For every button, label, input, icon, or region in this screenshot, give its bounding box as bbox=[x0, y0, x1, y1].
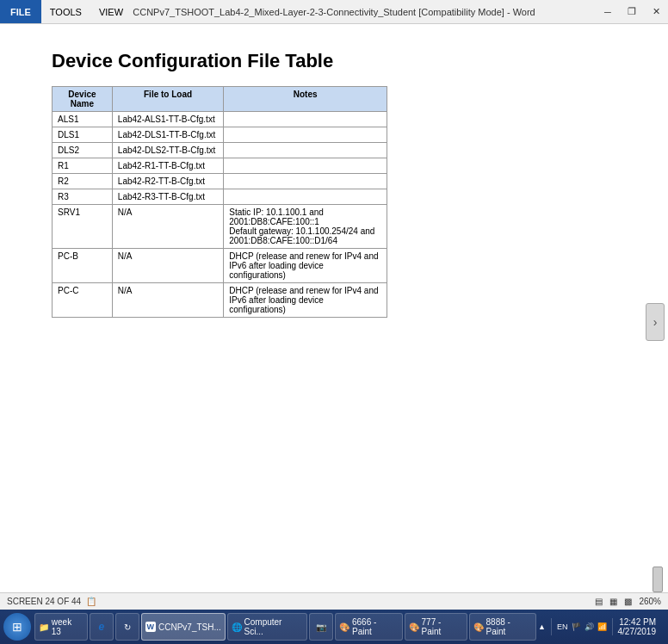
view-icon-1[interactable]: ▤ bbox=[595, 597, 603, 606]
taskbar-item-label: week 13 bbox=[52, 617, 84, 636]
cell-file-to-load: N/A bbox=[112, 205, 223, 249]
cell-notes: Static IP: 10.1.100.1 and 2001:DB8:CAFE:… bbox=[224, 205, 387, 249]
cell-file-to-load: N/A bbox=[112, 249, 223, 283]
taskbar-item-week13[interactable]: 📁 week 13 bbox=[34, 613, 88, 641]
status-bar: SCREEN 24 OF 44 📋 ▤ ▦ ▩ 260% bbox=[0, 592, 668, 610]
taskbar-paint2-label: 777 - Paint bbox=[422, 617, 463, 636]
tools-menu[interactable]: TOOLS bbox=[41, 0, 90, 23]
device-config-table: Device Name File to Load Notes ALS1Lab42… bbox=[52, 86, 387, 318]
screen-info: SCREEN 24 OF 44 bbox=[7, 597, 81, 606]
paint-icon-1: 🎨 bbox=[339, 622, 349, 632]
header-notes: Notes bbox=[224, 87, 387, 112]
cell-device-name: PC-B bbox=[53, 249, 113, 283]
taskbar-item-paint3[interactable]: 🎨 8888 - Paint bbox=[469, 613, 537, 641]
status-left: SCREEN 24 OF 44 📋 bbox=[7, 597, 96, 606]
cell-notes bbox=[224, 158, 387, 174]
start-button[interactable]: ⊞ bbox=[3, 613, 31, 641]
tray-speaker: 🔊 bbox=[584, 622, 594, 631]
file-menu[interactable]: FILE bbox=[0, 0, 41, 23]
tray-separator bbox=[551, 618, 552, 635]
table-row: PC-CN/ADHCP (release and renew for IPv4 … bbox=[53, 283, 387, 318]
taskbar-item-ie[interactable]: e bbox=[90, 613, 114, 641]
table-row: R1Lab42-R1-TT-B-Cfg.txt bbox=[53, 158, 387, 174]
table-body: ALS1Lab42-ALS1-TT-B-Cfg.txtDLS1Lab42-DLS… bbox=[53, 112, 387, 318]
table-row: PC-BN/ADHCP (release and renew for IPv4 … bbox=[53, 249, 387, 283]
taskbar-item-paint2[interactable]: 🎨 777 - Paint bbox=[405, 613, 467, 641]
cell-device-name: R1 bbox=[53, 158, 113, 174]
cell-notes bbox=[224, 127, 387, 143]
cell-device-name: PC-C bbox=[53, 283, 113, 318]
taskbar-item-chrome[interactable]: 🌐 Computer Sci... bbox=[227, 613, 307, 641]
table-row: R2Lab42-R2-TT-B-Cfg.txt bbox=[53, 174, 387, 189]
tray-up-arrow[interactable]: ▲ bbox=[538, 622, 546, 631]
table-row: SRV1N/AStatic IP: 10.1.100.1 and 2001:DB… bbox=[53, 205, 387, 249]
cell-device-name: DLS2 bbox=[53, 143, 113, 158]
cell-device-name: ALS1 bbox=[53, 112, 113, 127]
taskbar: ⊞ 📁 week 13 e ↻ W CCNPv7_TSH... 🌐 Comput… bbox=[0, 610, 668, 644]
system-tray: ▲ EN 🏴 🔊 📶 12:42 PM 4/27/2019 bbox=[538, 617, 665, 636]
clock-date: 4/27/2019 bbox=[618, 627, 657, 636]
table-row: DLS2Lab42-DLS2-TT-B-Cfg.txt bbox=[53, 143, 387, 158]
cell-file-to-load: Lab42-ALS1-TT-B-Cfg.txt bbox=[112, 112, 223, 127]
cell-notes bbox=[224, 189, 387, 205]
system-clock[interactable]: 12:42 PM 4/27/2019 bbox=[618, 617, 662, 636]
close-button[interactable]: ✕ bbox=[644, 0, 668, 23]
clock-separator bbox=[612, 618, 613, 635]
title-bar: FILE TOOLS VIEW CCNPv7_TSHOOT_Lab4-2_Mix… bbox=[0, 0, 668, 24]
cell-notes bbox=[224, 174, 387, 189]
paint-icon-2: 🎨 bbox=[409, 622, 419, 632]
cell-notes bbox=[224, 143, 387, 158]
menu-bar: FILE TOOLS VIEW bbox=[0, 0, 132, 23]
table-row: ALS1Lab42-ALS1-TT-B-Cfg.txt bbox=[53, 112, 387, 127]
cell-device-name: R3 bbox=[53, 189, 113, 205]
tray-flag: 🏴 bbox=[572, 622, 581, 631]
window-controls: ─ ❐ ✕ bbox=[596, 0, 668, 23]
language-indicator: EN bbox=[557, 622, 568, 631]
taskbar-paint3-label: 8888 - Paint bbox=[486, 617, 533, 636]
page-title: Device Configuration File Table bbox=[52, 50, 616, 72]
cell-file-to-load: Lab42-R2-TT-B-Cfg.txt bbox=[112, 174, 223, 189]
cell-file-to-load: N/A bbox=[112, 283, 223, 318]
cell-device-name: SRV1 bbox=[53, 205, 113, 249]
table-row: DLS1Lab42-DLS1-TT-B-Cfg.txt bbox=[53, 127, 387, 143]
app-icon: 📷 bbox=[316, 622, 326, 632]
status-right: ▤ ▦ ▩ 260% bbox=[595, 597, 661, 606]
status-icon: 📋 bbox=[86, 597, 96, 606]
table-header-row: Device Name File to Load Notes bbox=[53, 87, 387, 112]
minimize-button[interactable]: ─ bbox=[596, 0, 620, 23]
scroll-indicator[interactable] bbox=[653, 567, 663, 592]
taskbar-item-word[interactable]: W CCNPv7_TSH... bbox=[141, 613, 226, 641]
cell-notes bbox=[224, 112, 387, 127]
view-menu[interactable]: VIEW bbox=[90, 0, 132, 23]
taskbar-item-refresh[interactable]: ↻ bbox=[115, 613, 139, 641]
view-icon-3[interactable]: ▩ bbox=[624, 597, 632, 606]
view-icon-2[interactable]: ▦ bbox=[609, 597, 617, 606]
cell-file-to-load: Lab42-R1-TT-B-Cfg.txt bbox=[112, 158, 223, 174]
document-title: CCNPv7_TSHOOT_Lab4-2_Mixed-Layer-2-3-Con… bbox=[133, 7, 535, 17]
refresh-icon: ↻ bbox=[124, 622, 131, 632]
nav-right-arrow[interactable]: › bbox=[646, 303, 665, 341]
taskbar-chrome-label: Computer Sci... bbox=[244, 617, 303, 636]
taskbar-paint1-label: 6666 - Paint bbox=[352, 617, 399, 636]
cell-device-name: R2 bbox=[53, 174, 113, 189]
table-row: R3Lab42-R3-TT-B-Cfg.txt bbox=[53, 189, 387, 205]
chrome-icon: 🌐 bbox=[232, 622, 242, 632]
content-area: Device Configuration File Table Device N… bbox=[0, 24, 668, 575]
taskbar-word-label: CCNPv7_TSH... bbox=[158, 622, 221, 632]
word-icon: W bbox=[145, 622, 157, 632]
cell-notes: DHCP (release and renew for IPv4 and IPv… bbox=[224, 249, 387, 283]
header-device-name: Device Name bbox=[53, 87, 113, 112]
ie-icon: e bbox=[98, 621, 104, 633]
cell-file-to-load: Lab42-R3-TT-B-Cfg.txt bbox=[112, 189, 223, 205]
taskbar-item-app[interactable]: 📷 bbox=[309, 613, 333, 641]
folder-icon: 📁 bbox=[39, 622, 49, 632]
clock-time: 12:42 PM bbox=[618, 617, 657, 627]
cell-file-to-load: Lab42-DLS2-TT-B-Cfg.txt bbox=[112, 143, 223, 158]
cell-file-to-load: Lab42-DLS1-TT-B-Cfg.txt bbox=[112, 127, 223, 143]
cell-device-name: DLS1 bbox=[53, 127, 113, 143]
taskbar-item-paint1[interactable]: 🎨 6666 - Paint bbox=[335, 613, 403, 641]
paint-icon-3: 🎨 bbox=[473, 622, 484, 632]
restore-button[interactable]: ❐ bbox=[620, 0, 644, 23]
header-file-to-load: File to Load bbox=[112, 87, 223, 112]
cell-notes: DHCP (release and renew for IPv4 and IPv… bbox=[224, 283, 387, 318]
